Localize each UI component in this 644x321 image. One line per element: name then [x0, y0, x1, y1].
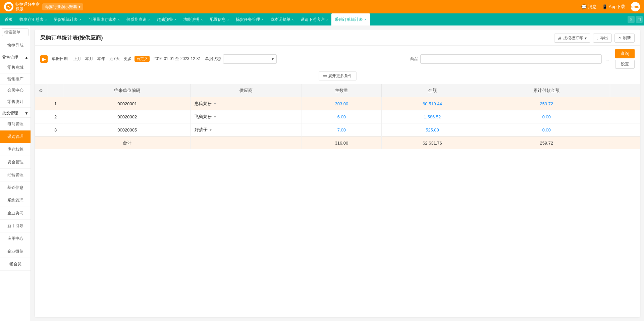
- sidebar-sub-lingshao-mall[interactable]: 零售商城: [0, 62, 31, 73]
- app-download-button[interactable]: 📱 App下载: [602, 4, 625, 10]
- shortcut-last-month[interactable]: 上月: [72, 56, 83, 62]
- cell-amount[interactable]: 525.80: [381, 123, 483, 137]
- sidebar-item-zijin[interactable]: 资金管理: [0, 156, 31, 169]
- cell-gear: [35, 97, 47, 110]
- tab-caigou[interactable]: 采购订单统计表 ×: [331, 13, 370, 25]
- sidebar-item-qiye-weixin[interactable]: 企业微信: [0, 245, 31, 258]
- table-row[interactable]: 2 00020002 飞鹤奶粉 ▼ 6.00 1,586.52 0.00: [35, 110, 640, 123]
- workspace-selector[interactable]: 母婴行业演示账套 ▾: [42, 3, 83, 10]
- filter-expand-row: ▾▾ 展开更多条件: [40, 71, 635, 81]
- tab-close-chengben[interactable]: ×: [292, 17, 294, 21]
- sidebar-sub-lingshao-stat[interactable]: 零售统计: [0, 96, 31, 108]
- goods-filter-group: 商品 ...: [410, 54, 611, 64]
- sidebar-item-qiye-xietong[interactable]: 企业协同: [0, 207, 31, 220]
- footer-paid: 259.72: [483, 137, 610, 150]
- tab-close-caigou[interactable]: ×: [364, 17, 366, 21]
- close-all-tabs-button[interactable]: ×: [628, 16, 634, 23]
- tab-zhihuo[interactable]: 拣货任务管理 ×: [232, 13, 267, 25]
- footer-gear: [35, 137, 47, 150]
- filter-toggle-button[interactable]: ▶: [40, 55, 48, 63]
- tab-chaochun[interactable]: 超储预警 ×: [154, 13, 180, 25]
- status-select[interactable]: ▾: [223, 54, 277, 64]
- tab-close-zhihuo[interactable]: ×: [261, 17, 263, 21]
- th-qty: 主数量: [302, 84, 381, 97]
- sidebar-item-jichu[interactable]: 基础信息: [0, 181, 31, 194]
- maximize-button[interactable]: □: [636, 16, 643, 23]
- query-button[interactable]: 查询: [615, 49, 635, 58]
- sidebar-search-area: [0, 25, 31, 39]
- th-paid: 累计付款金额: [483, 84, 610, 97]
- shortcut-this-year[interactable]: 本年: [96, 56, 107, 62]
- sidebar-item-pifa[interactable]: 批发管理 ▼: [0, 108, 31, 118]
- table-area: ⚙ 往来单位编码 供应商 主数量 金额 累计付款金额: [35, 84, 640, 149]
- sidebar-item-yingyong[interactable]: 应用中心: [0, 232, 31, 245]
- sidebar-item-caigou[interactable]: 采购管理: [0, 130, 31, 143]
- cell-qty[interactable]: 6.00: [302, 110, 381, 123]
- tab-close-peizhi[interactable]: ×: [227, 17, 229, 21]
- sidebar-item-quick-nav[interactable]: 快捷导航: [0, 39, 31, 52]
- cell-amount[interactable]: 60,519.44: [381, 97, 483, 110]
- tab-close-yaoqing[interactable]: ×: [326, 17, 328, 21]
- tab-close-keyong[interactable]: ×: [118, 17, 120, 21]
- tab-yaoqing[interactable]: 邀请下游客户 ×: [297, 13, 331, 25]
- cell-paid[interactable]: 0.00: [483, 123, 610, 137]
- chevron-pifa-icon: ▼: [24, 111, 29, 116]
- tab-keyong[interactable]: 可用量库存账本 ×: [85, 13, 123, 25]
- cell-unit-code: 00020001: [64, 97, 191, 110]
- th-supplier: 供应商: [191, 84, 302, 97]
- goods-input[interactable]: [420, 54, 602, 64]
- sidebar-sub-yingxiao[interactable]: 营销推广: [0, 73, 31, 85]
- tab-peizhi[interactable]: 配置信息 ×: [206, 13, 232, 25]
- user-avatar[interactable]: demo2: [631, 2, 640, 11]
- expand-more-button[interactable]: ▾▾ 展开更多条件: [319, 71, 357, 81]
- sidebar-sub-huiyuan[interactable]: 会员中心: [0, 85, 31, 96]
- tab-close-chaochun[interactable]: ×: [174, 17, 176, 21]
- tab-close-shoufa[interactable]: ×: [45, 17, 47, 21]
- more-button[interactable]: ...: [604, 56, 611, 62]
- cell-paid[interactable]: 0.00: [483, 110, 610, 123]
- shortcut-this-month[interactable]: 本月: [84, 56, 95, 62]
- sidebar-item-kucun[interactable]: 库存核算: [0, 143, 31, 156]
- sidebar-item-dianshang[interactable]: 电商管理: [0, 118, 31, 130]
- tab-home[interactable]: 首页: [1, 13, 16, 25]
- date-custom-tag[interactable]: 自定义: [135, 56, 150, 62]
- refresh-button[interactable]: ↻ 刷新: [614, 34, 635, 43]
- dropdown-icon: ▾: [585, 36, 587, 41]
- tab-gongneng[interactable]: 功能说明 ×: [180, 13, 206, 25]
- cell-qty[interactable]: 7.00: [302, 123, 381, 137]
- settings-button[interactable]: 设置: [615, 60, 635, 69]
- th-seq: [47, 84, 64, 97]
- tab-yaohuo[interactable]: 要货单统计表 ×: [50, 13, 85, 25]
- sidebar-item-xinshou[interactable]: 新手引导: [0, 220, 31, 232]
- table-row[interactable]: 1 00020001 惠氏奶粉 ▼ 303.00 60,519.44 259.7…: [35, 97, 640, 110]
- cell-seq: 3: [47, 123, 64, 137]
- cell-gear: [35, 123, 47, 137]
- table-row[interactable]: 3 00020005 好孩子 ▼ 7.00 525.80 0.00: [35, 123, 640, 137]
- sidebar-item-xitong[interactable]: 系统管理: [0, 194, 31, 207]
- template-print-button[interactable]: 🖨 按模板打印 ▾: [554, 34, 590, 43]
- tab-baoyuan[interactable]: 保质期查询 ×: [123, 13, 153, 25]
- shortcut-7days[interactable]: 近7天: [108, 56, 121, 62]
- search-input[interactable]: [2, 28, 29, 36]
- message-button[interactable]: 💬 消息: [581, 4, 597, 10]
- export-button[interactable]: ↓ 导出: [593, 34, 612, 43]
- footer-label: 合计: [64, 137, 191, 150]
- tab-close-gongneng[interactable]: ×: [201, 17, 203, 21]
- tab-chengben[interactable]: 成本调整单 ×: [267, 13, 297, 25]
- message-icon: 💬: [581, 4, 587, 9]
- sidebar-item-chang-huiyuan[interactable]: 畅会员: [0, 258, 31, 271]
- footer-amount: 62,631.76: [381, 137, 483, 150]
- th-gear[interactable]: ⚙: [35, 84, 47, 97]
- tab-close-yaohuo[interactable]: ×: [79, 17, 81, 21]
- shortcut-more[interactable]: 更多: [122, 56, 133, 62]
- cell-paid[interactable]: 259.72: [483, 97, 610, 110]
- toggle-icon: ▶: [42, 56, 46, 62]
- tab-close-baoyuan[interactable]: ×: [148, 17, 150, 21]
- sidebar-item-jingying[interactable]: 经营管理: [0, 169, 31, 181]
- tab-shoufa[interactable]: 收发存汇总表 ×: [16, 13, 50, 25]
- refresh-icon: ↻: [618, 36, 622, 41]
- cell-qty[interactable]: 303.00: [302, 97, 381, 110]
- sidebar-item-lingshao[interactable]: 零售管理 ▲: [0, 52, 31, 62]
- cell-amount[interactable]: 1,586.52: [381, 110, 483, 123]
- cell-supplier: 惠氏奶粉 ▼: [191, 97, 302, 110]
